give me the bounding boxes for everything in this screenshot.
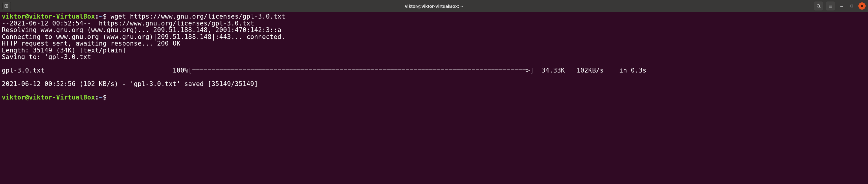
prompt-line: viktor@viktor-VirtualBox:~$ wget https:/… <box>2 13 285 20</box>
progress-time: in 0.3s <box>619 67 647 74</box>
new-tab-button[interactable] <box>2 2 11 10</box>
progress-file: gpl-3.0.txt <box>2 67 44 74</box>
titlebar-right-group <box>814 1 866 10</box>
window-title: viktor@viktor-VirtualBox: ~ <box>405 4 463 9</box>
progress-bar: [=======================================… <box>188 67 534 74</box>
svg-point-1 <box>817 4 820 7</box>
minimize-icon <box>840 4 843 7</box>
svg-rect-7 <box>851 5 853 7</box>
prompt-symbol: $ <box>103 94 107 101</box>
menu-button[interactable] <box>826 1 835 10</box>
hamburger-icon <box>828 4 833 8</box>
command-text: wget https://www.gnu.org/licenses/gpl-3.… <box>111 13 285 20</box>
prompt-sep: : <box>95 13 99 20</box>
maximize-button[interactable] <box>848 2 856 10</box>
progress-size: 34.33K <box>541 67 565 74</box>
progress-speed: 102KB/s <box>577 67 604 74</box>
cursor <box>111 95 111 101</box>
maximize-icon <box>850 4 853 7</box>
progress-pct: 100% <box>173 67 188 74</box>
titlebar-left-group <box>2 2 11 10</box>
minimize-button[interactable] <box>838 2 845 10</box>
close-button[interactable] <box>859 2 866 10</box>
search-icon <box>816 4 821 8</box>
prompt-symbol: $ <box>103 13 107 20</box>
new-tab-icon <box>4 4 9 8</box>
prompt-userhost: viktor@viktor-VirtualBox <box>2 13 95 20</box>
prompt-path: ~ <box>99 13 103 20</box>
svg-line-2 <box>819 7 820 8</box>
prompt-userhost: viktor@viktor-VirtualBox <box>2 94 95 101</box>
prompt-sep: : <box>95 94 99 101</box>
output-line: Connecting to www.gnu.org (www.gnu.org)|… <box>2 33 285 40</box>
output-line: --2021-06-12 00:52:54-- https://www.gnu.… <box>2 20 254 27</box>
output-line: 2021-06-12 00:52:56 (102 KB/s) - 'gpl-3.… <box>2 80 258 87</box>
window-titlebar: viktor@viktor-VirtualBox: ~ <box>0 0 868 12</box>
prompt-path: ~ <box>99 94 103 101</box>
output-line: Resolving www.gnu.org (www.gnu.org)... 2… <box>2 26 281 34</box>
terminal-output[interactable]: viktor@viktor-VirtualBox:~$ wget https:/… <box>0 12 868 102</box>
close-icon <box>861 4 864 7</box>
search-button[interactable] <box>814 1 823 10</box>
output-line: Saving to: 'gpl-3.0.txt' <box>2 53 95 61</box>
output-line: Length: 35149 (34K) [text/plain] <box>2 47 126 54</box>
output-line: HTTP request sent, awaiting response... … <box>2 40 180 47</box>
progress-line: gpl-3.0.txt 100%[=======================… <box>2 67 647 74</box>
prompt-line: viktor@viktor-VirtualBox:~$ <box>2 94 111 101</box>
